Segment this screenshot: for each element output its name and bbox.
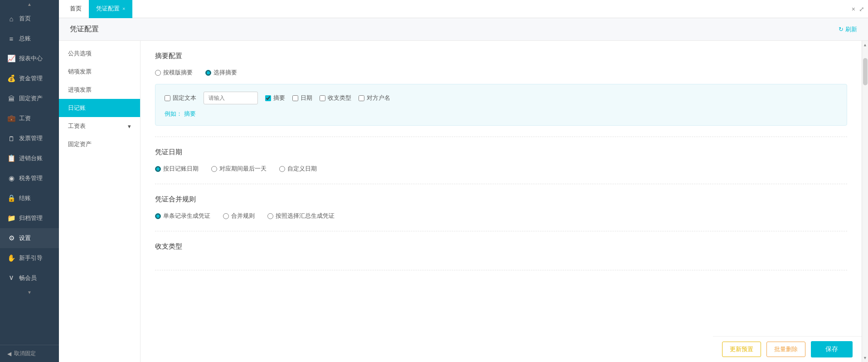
sidebar-item-label: 工资 [19, 114, 31, 122]
left-nav-payroll[interactable]: 工资表 ▾ [59, 117, 140, 135]
merge-rules-radio-group: 单条记录生成凭证 合并规则 按照选择汇总生成凭证 [155, 212, 847, 220]
archive-icon: 📁 [7, 214, 15, 222]
summary-config-title: 摘要配置 [155, 52, 847, 60]
sidebar-item-label: 税务管理 [19, 174, 43, 182]
sales-ledger-icon: 📋 [7, 154, 15, 162]
refresh-button[interactable]: ↻ 刷新 [839, 25, 857, 34]
sidebar-item-sales-ledger[interactable]: 📋 进销台账 [0, 148, 59, 168]
summary-radio-select[interactable]: 选择摘要 [205, 68, 237, 77]
bottom-spacer [155, 281, 847, 308]
sidebar-scroll-up[interactable]: ▲ [0, 0, 59, 9]
merge-radio-merge[interactable]: 合并规则 [223, 212, 255, 220]
income-type-title: 收支类型 [155, 242, 847, 251]
voucher-date-radio-last-day[interactable]: 对应期间最后一天 [211, 165, 267, 173]
left-nav-purchase-invoice[interactable]: 进项发票 [59, 81, 140, 99]
sidebar-item-reports[interactable]: 📈 报表中心 [0, 49, 59, 68]
sidebar-item-label: 归档管理 [19, 214, 43, 222]
sidebar-item-label: 资金管理 [19, 74, 43, 83]
merge-radio-by-selection[interactable]: 按照选择汇总生成凭证 [267, 212, 335, 220]
tab-voucher-config[interactable]: 凭证配置 × [89, 0, 132, 18]
last-day-radio[interactable] [211, 166, 217, 172]
sidebar-item-close[interactable]: 🔒 结账 [0, 188, 59, 208]
check-date[interactable]: 日期 [292, 94, 312, 102]
date-checkbox[interactable] [292, 95, 298, 101]
merge-radio-single[interactable]: 单条记录生成凭证 [155, 212, 210, 220]
voucher-date-title: 凭证日期 [155, 148, 847, 157]
tabbar-actions: × ⤢ [852, 5, 864, 13]
save-button[interactable]: 保存 [811, 341, 853, 357]
sidebar-cancel-pin[interactable]: ◀ 取消固定 [0, 345, 59, 362]
sidebar-item-assets[interactable]: 🏛 固定资产 [0, 88, 59, 108]
tab-close-icon[interactable]: × [122, 6, 125, 11]
voucher-date-radio-journal[interactable]: 按日记账日期 [155, 165, 199, 173]
sidebar-item-tax[interactable]: ◉ 税务管理 [0, 168, 59, 188]
check-income-type[interactable]: 收支类型 [320, 94, 351, 102]
sidebar-item-label: 畅会员 [19, 274, 37, 282]
sidebar-item-settings[interactable]: ⚙ 设置 [0, 228, 59, 248]
voucher-date-radio-group: 按日记账日期 对应期间最后一天 自定义日期 [155, 165, 847, 173]
left-nav-sales-invoice[interactable]: 销项发票 [59, 63, 140, 81]
single-record-radio[interactable] [155, 213, 161, 219]
scrollbar-thumb[interactable] [863, 58, 868, 85]
sidebar-item-invoice-mgmt[interactable]: 🗒 发票管理 [0, 128, 59, 148]
income-type-checkbox[interactable] [320, 95, 325, 101]
summary-radio-template[interactable]: 按模版摘要 [155, 68, 193, 77]
summary-config-box: 固定文本 摘要 日期 收支类型 [155, 84, 847, 126]
tabbar: 首页 凭证配置 × × ⤢ [59, 0, 868, 18]
sidebar-item-label: 总账 [19, 34, 31, 43]
reports-icon: 📈 [7, 54, 15, 63]
summary-example: 例如： 摘要 [165, 110, 838, 118]
summary-checkbox[interactable] [265, 95, 271, 101]
sidebar-scroll-down[interactable]: ▼ [0, 288, 59, 297]
tab-home[interactable]: 首页 [63, 0, 89, 18]
close-account-icon: 🔒 [7, 194, 15, 202]
window-resize-button[interactable]: ⤢ [859, 5, 864, 13]
scrollbar-down-arrow[interactable]: ▼ [861, 354, 868, 362]
sidebar-item-label: 设置 [19, 234, 31, 242]
window-close-button[interactable]: × [852, 5, 855, 13]
main-area: 首页 凭证配置 × × ⤢ 凭证配置 ↻ 刷新 公共选项 销项发票 进 [59, 0, 868, 362]
home-icon: ⌂ [7, 15, 15, 23]
batch-delete-button[interactable]: 批量删除 [766, 342, 805, 357]
journal-date-radio[interactable] [155, 166, 161, 172]
summary-template-radio[interactable] [155, 70, 161, 76]
merge-rules-section: 凭证合并规则 单条记录生成凭证 合并规则 按照选择汇总生成凭证 [155, 195, 847, 231]
summary-select-radio[interactable] [205, 70, 211, 76]
fixed-text-input[interactable] [204, 92, 258, 104]
left-nav-journal[interactable]: 日记账 [59, 99, 140, 117]
income-type-section: 收支类型 [155, 242, 847, 270]
invoice-mgmt-icon: 🗒 [7, 135, 15, 142]
sidebar-item-home[interactable]: ⌂ 首页 [0, 9, 59, 29]
refresh-icon: ↻ [839, 26, 844, 33]
check-counterparty[interactable]: 对方户名 [359, 94, 390, 102]
guide-icon: ✋ [7, 254, 15, 262]
sidebar-item-label: 新手引导 [19, 254, 43, 262]
merge-rules-radio[interactable] [223, 213, 229, 219]
voucher-date-radio-custom[interactable]: 自定义日期 [279, 165, 317, 173]
check-summary[interactable]: 摘要 [265, 94, 285, 102]
pin-icon: ◀ [7, 351, 11, 357]
left-nav-public[interactable]: 公共选项 [59, 44, 140, 63]
member-icon: V [7, 275, 15, 281]
sidebar-item-funds[interactable]: 💰 资金管理 [0, 68, 59, 88]
sidebar-item-member[interactable]: V 畅会员 [0, 268, 59, 288]
by-selection-radio[interactable] [267, 213, 273, 219]
sidebar-item-salary[interactable]: 💼 工资 [0, 108, 59, 128]
sidebar-item-ledger[interactable]: ≡ 总账 [0, 29, 59, 49]
sidebar-item-guide[interactable]: ✋ 新手引导 [0, 248, 59, 268]
funds-icon: 💰 [7, 74, 15, 83]
custom-date-radio[interactable] [279, 166, 285, 172]
content-area: 公共选项 销项发票 进项发票 日记账 工资表 ▾ 固定资产 摘要配置 [59, 41, 868, 362]
page-header: 凭证配置 ↻ 刷新 [59, 18, 868, 41]
left-nav: 公共选项 销项发票 进项发票 日记账 工资表 ▾ 固定资产 [59, 41, 141, 362]
counterparty-checkbox[interactable] [359, 95, 364, 101]
summary-checkboxes-row: 固定文本 摘要 日期 收支类型 [165, 92, 838, 104]
sidebar-item-archive[interactable]: 📁 归档管理 [0, 208, 59, 228]
fixed-text-checkbox[interactable] [165, 95, 170, 101]
right-content: 摘要配置 按模版摘要 选择摘要 固定文本 [141, 41, 862, 362]
ledger-icon: ≡ [7, 35, 15, 43]
left-nav-fixed-assets[interactable]: 固定资产 [59, 135, 140, 153]
update-preview-button[interactable]: 更新预置 [722, 342, 761, 357]
scrollbar-up-arrow[interactable]: ▲ [861, 41, 868, 49]
check-fixed-text[interactable]: 固定文本 [165, 94, 196, 102]
